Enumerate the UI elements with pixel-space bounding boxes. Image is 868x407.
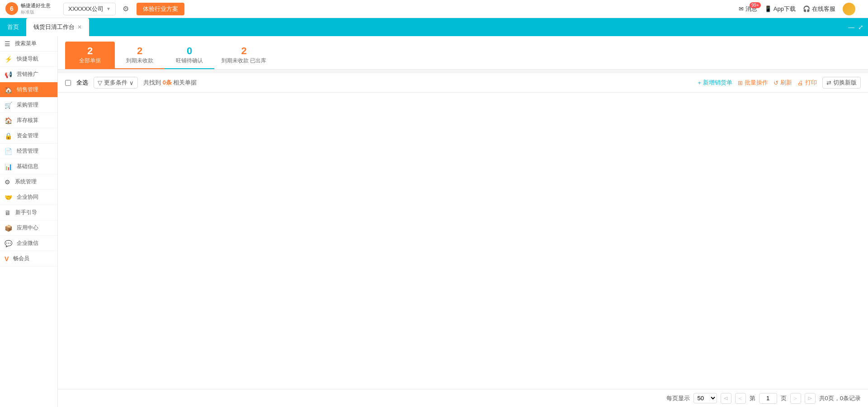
tab-close-icon[interactable]: ✕ bbox=[77, 24, 82, 30]
settings-button[interactable]: ⚙ bbox=[119, 3, 132, 15]
operations-label: 经营管理 bbox=[17, 147, 38, 155]
per-page-select[interactable]: 50 100 200 bbox=[693, 393, 717, 403]
purchase-label: 采购管理 bbox=[17, 101, 38, 109]
sidebar-item-vip[interactable]: V 畅会员 bbox=[0, 251, 57, 267]
sidebar-item-operations[interactable]: 📄 经营管理 bbox=[0, 144, 57, 159]
filter-button[interactable]: ▽ 更多条件 ∨ bbox=[94, 77, 138, 89]
inventory-icon: 🏠 bbox=[5, 117, 12, 124]
service-icon: 🎧 bbox=[803, 5, 810, 12]
sidebar-item-search[interactable]: ☰ 搜索菜单 bbox=[0, 36, 57, 51]
pending-count: 0 bbox=[172, 45, 207, 57]
download-icon: 📱 bbox=[764, 5, 772, 12]
print-button[interactable]: 🖨 打印 bbox=[797, 79, 817, 87]
enterprise-icon: 🤝 bbox=[5, 194, 12, 201]
first-page-button[interactable]: ⊲ bbox=[721, 393, 731, 404]
enterprise-label: 企业协同 bbox=[17, 193, 38, 201]
per-page-label: 每页显示 bbox=[666, 394, 690, 402]
chevron-down-icon: ∨ bbox=[129, 80, 134, 86]
avatar[interactable] bbox=[843, 3, 855, 15]
sidebar-item-marketing[interactable]: 📢 营销推广 bbox=[0, 67, 57, 82]
online-service-button[interactable]: 🎧 在线客服 bbox=[803, 5, 835, 13]
table-area bbox=[58, 93, 868, 389]
tab-home[interactable]: 首页 bbox=[0, 18, 26, 36]
top-header: 6 畅捷通好生意 标准版 XXXXXX公司 ▼ ⚙ 体验行业方案 ✉ 消息 99… bbox=[0, 0, 868, 18]
logo-area: 6 畅捷通好生意 标准版 bbox=[5, 2, 63, 15]
operations-icon: 📄 bbox=[5, 148, 12, 155]
overdue-shipped-label: 到期未收款 已出库 bbox=[222, 57, 266, 65]
app-center-label: 应用中心 bbox=[17, 224, 38, 232]
refresh-label: 刷新 bbox=[780, 79, 792, 87]
sidebar-item-inventory[interactable]: 🏠 库存核算 bbox=[0, 113, 57, 128]
quick-nav-icon: ⚡ bbox=[5, 56, 12, 63]
app-download-button[interactable]: 📱 App下载 bbox=[764, 5, 796, 13]
marketing-label: 营销推广 bbox=[17, 70, 38, 78]
sidebar-item-quick-nav[interactable]: ⚡ 快捷导航 bbox=[0, 51, 57, 67]
batch-icon: ⊞ bbox=[738, 80, 743, 86]
sales-icon: 🏠 bbox=[5, 86, 12, 94]
overdue-shipped-count: 2 bbox=[222, 45, 266, 57]
messages-button[interactable]: ✉ 消息 99+ bbox=[739, 5, 757, 13]
batch-operations-button[interactable]: ⊞ 批量操作 bbox=[738, 79, 768, 87]
page-suffix: 页 bbox=[781, 394, 787, 402]
header-right: ✉ 消息 99+ 📱 App下载 🎧 在线客服 bbox=[739, 3, 863, 15]
last-page-button[interactable]: ⊳ bbox=[805, 393, 816, 404]
sidebar-item-purchase[interactable]: 🛒 采购管理 bbox=[0, 98, 57, 113]
sidebar-item-sales[interactable]: 🏠 销售管理 bbox=[0, 82, 57, 98]
toolbar-right: + 新增销货单 ⊞ 批量操作 ↺ 刷新 🖨 打印 ⇄ 切换新版 bbox=[698, 77, 861, 89]
vip-icon: V bbox=[5, 255, 9, 262]
sidebar-item-guide[interactable]: 🖥 新手引导 bbox=[0, 205, 57, 220]
switch-label: 切换新版 bbox=[833, 79, 857, 87]
marketing-icon: 📢 bbox=[5, 71, 12, 78]
search-label: 搜索菜单 bbox=[15, 40, 37, 47]
logo-sub: 标准版 bbox=[21, 9, 51, 15]
found-suffix: 相关单据 bbox=[173, 79, 197, 86]
avatar-image bbox=[843, 3, 855, 15]
window-minimize-icon[interactable]: — bbox=[848, 23, 854, 31]
sales-label: 销售管理 bbox=[17, 86, 38, 94]
workbench-tab-label: 钱货日清工作台 bbox=[33, 23, 75, 31]
company-selector[interactable]: XXXXXX公司 ▼ bbox=[63, 3, 116, 15]
add-sales-order-button[interactable]: + 新增销货单 bbox=[698, 79, 732, 87]
finance-label: 资金管理 bbox=[17, 132, 38, 140]
found-prefix: 共找到 bbox=[143, 79, 161, 86]
sidebar-item-sys-mgmt[interactable]: ⚙ 系统管理 bbox=[0, 174, 57, 190]
summary-tab-pending[interactable]: 0 旺铺待确认 bbox=[165, 42, 214, 69]
switch-version-button[interactable]: ⇄ 切换新版 bbox=[822, 77, 861, 89]
sidebar-item-finance[interactable]: 🔒 资金管理 bbox=[0, 128, 57, 144]
select-all-checkbox[interactable] bbox=[65, 80, 71, 86]
filter-icon: ▽ bbox=[98, 80, 102, 86]
home-tab-label: 首页 bbox=[7, 23, 19, 31]
sidebar-item-enterprise[interactable]: 🤝 企业协同 bbox=[0, 190, 57, 205]
sidebar-item-wechat[interactable]: 💬 企业微信 bbox=[0, 236, 57, 251]
tab-underline2 bbox=[165, 68, 214, 69]
tab-workbench[interactable]: 钱货日清工作台 ✕ bbox=[26, 18, 89, 36]
base-info-icon: 📊 bbox=[5, 163, 12, 170]
next-page-button[interactable]: ＞ bbox=[790, 393, 801, 404]
plus-icon: + bbox=[698, 80, 701, 86]
summary-tab-all[interactable]: 2 全部单据 bbox=[65, 42, 115, 69]
sidebar-item-app-center[interactable]: 📦 应用中心 bbox=[0, 220, 57, 236]
page-number-input[interactable] bbox=[759, 393, 777, 404]
base-info-label: 基础信息 bbox=[17, 163, 38, 170]
sys-mgmt-label: 系统管理 bbox=[15, 178, 37, 186]
add-label: 新增销货单 bbox=[703, 79, 732, 87]
trial-button[interactable]: 体验行业方案 bbox=[137, 3, 184, 15]
vip-label: 畅会员 bbox=[13, 255, 29, 262]
wechat-label: 企业微信 bbox=[17, 239, 38, 247]
refresh-button[interactable]: ↺ 刷新 bbox=[774, 79, 792, 87]
all-count: 2 bbox=[72, 45, 108, 57]
switch-icon: ⇄ bbox=[826, 80, 831, 86]
summary-tab-overdue[interactable]: 2 到期未收款 bbox=[115, 42, 165, 69]
window-maximize-icon[interactable]: ⤢ bbox=[858, 23, 863, 31]
chevron-down-icon: ▼ bbox=[106, 6, 111, 11]
summary-tab-overdue-shipped[interactable]: 2 到期未收款 已出库 bbox=[214, 42, 274, 69]
guide-icon: 🖥 bbox=[5, 209, 11, 216]
search-icon: ☰ bbox=[5, 40, 10, 47]
page-label: 第 bbox=[750, 394, 755, 402]
message-icon: ✉ bbox=[739, 5, 744, 12]
found-count: 0条 bbox=[163, 79, 172, 86]
sidebar-item-base-info[interactable]: 📊 基础信息 bbox=[0, 159, 57, 174]
logo-icon: 6 bbox=[5, 2, 18, 15]
app-download-label: App下载 bbox=[774, 5, 796, 13]
prev-page-button[interactable]: ＜ bbox=[735, 393, 746, 404]
